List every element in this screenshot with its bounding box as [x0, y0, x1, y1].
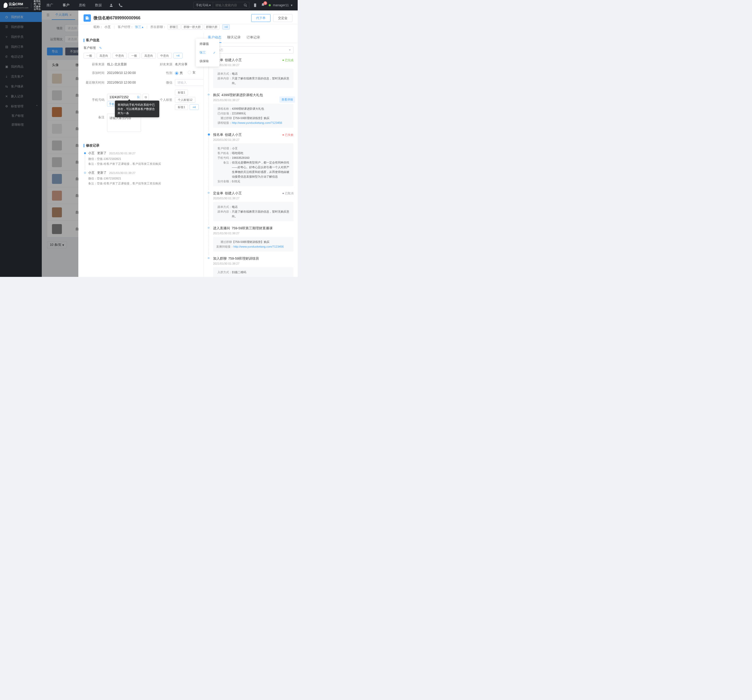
nav-item[interactable]: 客户 [58, 0, 74, 11]
chevron-up-icon: ▴ [142, 25, 143, 29]
drawer-subheader: 昵称： 小王 | 客户经理： 张三▴ | 所在群聊： 群聊三群聊一群大群群聊六群… [78, 24, 298, 33]
id-card-icon[interactable]: ⎘ [137, 95, 140, 99]
personal-tag-more[interactable]: +4 [190, 104, 199, 110]
chevron-down-icon: ▾ [209, 3, 211, 7]
chevron-down-icon: ▾ [291, 3, 292, 7]
mobile-icon[interactable] [253, 3, 257, 7]
timeline-item: 购买4399理财课进阶课程大礼包2021/01/30 01:38:27查看详情课… [208, 93, 294, 128]
section-change-log: 修改记录 [84, 143, 198, 148]
phone-input[interactable] [107, 94, 141, 101]
timeline-item: 报名单创建人小王已失败2020/01/30 01:38:27客户经理：小王客户姓… [208, 132, 294, 186]
timeline-card: 客户经理：小王客户姓名：唔吃唔吃手机号码：19833528160备注：但无论是哪… [213, 143, 294, 186]
log-item: 小王更新了2021/01/30 01:38:27微信：空值-1367218282… [84, 151, 198, 166]
group-more[interactable]: +4 [222, 24, 230, 30]
group-chip[interactable]: 群聊一群大群 [182, 24, 203, 30]
drawer-header: 微信名称6789990000966 代下单 交定金 [78, 11, 298, 24]
customer-tag[interactable]: 中意向 [113, 53, 127, 59]
drawer-right: 客户动态聊天记录订单记录 全部动态 ▾ 定金单创建人小王已完成2020/01/3… [204, 33, 298, 277]
customer-drawer: 微信名称6789990000966 代下单 交定金 昵称： 小王 | 客户经理：… [78, 11, 298, 277]
wechat-input[interactable] [175, 79, 204, 86]
svg-rect-2 [254, 3, 256, 7]
timeline-card: 通过群聊【759-59班理财训练营】购买直播间链接：http://www.yun… [213, 237, 294, 252]
right-tab[interactable]: 订单记录 [247, 35, 260, 43]
gender-female-radio[interactable]: 女 [188, 70, 196, 75]
dropdown-option[interactable]: 俱保咏 [196, 57, 219, 65]
search-button[interactable] [242, 2, 249, 8]
log-item: 小王更新了2021/01/30 01:38:27微信：空值-1367218282… [84, 171, 198, 185]
drawer-title: 微信名称6789990000966 [93, 16, 140, 21]
nav-item[interactable]: 推广 [42, 0, 58, 11]
chevron-down-icon: ▾ [289, 48, 291, 52]
dropdown-option[interactable]: 张三✓ [196, 48, 219, 57]
timeline-card: 跟单方式：电话跟单内容：只是了解在线教育方面的信息，暂时无购买意向。 [213, 69, 294, 88]
section-customer-info: 客户信息 [84, 38, 198, 43]
logo-icon [4, 3, 8, 8]
logo-text: 云朵CRM [9, 2, 28, 6]
dropdown-option[interactable]: 师馨薇 [196, 40, 219, 48]
timeline-card: 查看详情课程名称：4399理财课进阶课大礼包已付款项：2218989元通过群聊【… [213, 104, 294, 128]
group-chip[interactable]: 群聊三 [168, 24, 180, 30]
svg-point-3 [86, 17, 87, 18]
timeline-item: 加入群聊759-59班理财训练营2021/01/30 01:38:27入群方式：… [208, 256, 294, 277]
notifications[interactable]: 5 [261, 3, 265, 8]
status-dot [269, 4, 271, 6]
user-menu[interactable]: manager11 ▾ [269, 3, 292, 7]
activity-filter-select[interactable]: 全部动态 ▾ [208, 46, 294, 54]
place-order-button[interactable]: 代下单 [251, 14, 270, 22]
svg-point-0 [110, 4, 112, 5]
edit-tags-icon[interactable]: ✎ [99, 46, 102, 50]
group-chip[interactable]: 群聊六群 [204, 24, 220, 30]
deposit-button[interactable]: 交定金 [273, 14, 292, 22]
timeline-card: 跟单方式：电话跟单内容：只是了解在线教育方面的信息，暂时无购买意向。 [213, 202, 294, 221]
customer-tag[interactable]: 中意向 [157, 53, 172, 59]
manager-select[interactable]: 张三▴ [135, 25, 143, 29]
notification-badge: 5 [263, 1, 267, 5]
svg-point-1 [244, 4, 246, 6]
timeline-item: 进入直播间759-59班第三期理财直播课2021/01/30 01:38:27通… [208, 226, 294, 252]
status-badge: 已完成 [283, 58, 294, 62]
customer-tag[interactable]: 高意向 [96, 53, 111, 59]
user-icon[interactable] [109, 3, 113, 7]
personal-tag[interactable]: 标签1 [175, 90, 188, 95]
tag-more[interactable]: +4 [173, 53, 183, 59]
customer-tag[interactable]: 一般 [84, 53, 95, 59]
phone-merge-tooltip: 查询到此手机号码在系统中已存在，可以将两条客户数据合并为一条 [115, 101, 159, 117]
timeline-card: 入群方式：扫描二维码 [213, 267, 294, 277]
customer-tag[interactable]: 高意向 [141, 53, 156, 59]
drawer-left: 客户信息 客户标签 ✎ 一般高意向中意向一般高意向中意向+4 获客来源 线上-北… [78, 33, 204, 277]
nav: 推广客户质检数据 [42, 0, 107, 11]
right-tab[interactable]: 聊天记录 [227, 35, 241, 43]
personal-tag[interactable]: 标签1 [175, 104, 188, 110]
activity-timeline[interactable]: 定金单创建人小王已完成2020/01/30 01:38:27跟单方式：电话跟单内… [204, 57, 298, 277]
search-input[interactable] [213, 3, 242, 7]
check-icon: ✓ [213, 51, 216, 54]
customer-tag[interactable]: 一般 [129, 53, 140, 59]
phone-icon[interactable] [118, 3, 123, 7]
personal-tag[interactable]: 个人标签12 [175, 97, 195, 103]
topbar: 云朵CRM www.yunduocrm.com 教育机构一站 式服务云平台 推广… [0, 0, 298, 11]
copy-phone-icon[interactable]: ⧉ [143, 94, 149, 101]
timeline-item: 定金单创建人小王已取消2020/01/30 01:38:27跟单方式：电话跟单内… [208, 191, 294, 221]
customer-icon [84, 14, 91, 22]
view-detail-button[interactable]: 查看详情 [280, 96, 295, 103]
status-badge: 已失败 [283, 133, 294, 137]
status-badge: 已取消 [283, 191, 294, 195]
timeline-item: 定金单创建人小王已完成2020/01/30 01:38:27跟单方式：电话跟单内… [208, 58, 294, 88]
gender-male-radio[interactable]: 男 [175, 71, 183, 75]
manager-dropdown: 师馨薇张三✓俱保咏 [196, 39, 219, 67]
nav-item[interactable]: 质检 [74, 0, 90, 11]
nav-item[interactable]: 数据 [90, 0, 107, 11]
search-type-select[interactable]: 手机号码▾ [194, 2, 213, 8]
global-search: 手机号码▾ [193, 2, 249, 9]
logo: 云朵CRM www.yunduocrm.com 教育机构一站 式服务云平台 [0, 0, 42, 11]
